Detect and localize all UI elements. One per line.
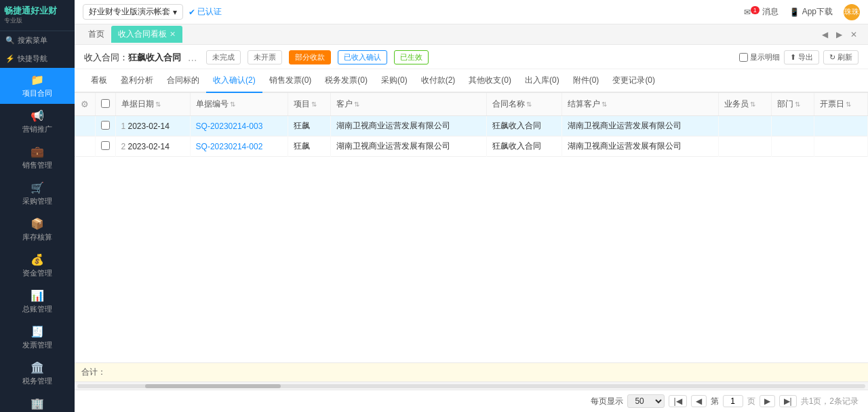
sidebar-item-发票管理[interactable]: 🧾发票管理: [0, 320, 75, 356]
tab-home[interactable]: 首页: [83, 29, 110, 40]
select-all-checkbox[interactable]: [101, 99, 110, 108]
refresh-button[interactable]: ↻ 刷新: [823, 50, 859, 64]
message-action[interactable]: ✉ 1 消息: [744, 6, 778, 18]
last-page-button[interactable]: ▶|: [779, 395, 797, 407]
row-project: 狂飙: [288, 116, 330, 136]
table-row[interactable]: 1 2023-02-14 SQ-20230214-003 狂飙 湖南卫视商业运营…: [75, 116, 868, 136]
sidebar-icon: 💰: [31, 253, 44, 266]
sidebar-item-search[interactable]: 🔍 搜索菜单: [0, 31, 75, 50]
sidebar-item-采购管理[interactable]: 🛒采购管理: [0, 176, 75, 212]
row-checkbox[interactable]: [101, 121, 110, 130]
current-page-input[interactable]: [723, 395, 743, 407]
sidebar-item-资金管理[interactable]: 💰资金管理: [0, 248, 75, 284]
more-options-icon[interactable]: ...: [188, 52, 197, 64]
topbar-right: ✉ 1 消息 📱 App下载 珠珠: [744, 4, 860, 20]
prev-page-button[interactable]: ◀: [691, 395, 707, 407]
subtab-收付款[interactable]: 收付款(2): [414, 69, 462, 93]
sidebar-icon: 🏛️: [31, 361, 44, 374]
export-icon: ⬆: [790, 53, 796, 62]
subtab-盈利分析[interactable]: 盈利分析: [114, 69, 160, 93]
app-download-action[interactable]: 📱 App下载: [789, 6, 833, 18]
subtab-附件[interactable]: 附件(0): [566, 69, 606, 93]
main-table: ⚙ 单据日期⇅ 单据编号⇅ 项目⇅ 客户⇅ 合同名称⇅ 结算客户⇅ 业务员⇅ 部…: [75, 93, 868, 157]
sidebar-label: 库存核算: [22, 232, 52, 242]
settings-column: ⚙: [75, 93, 95, 116]
col-project: 项目⇅: [288, 93, 330, 116]
total-label: 合计：: [81, 367, 106, 378]
certified-badge: ✔ 已认证: [189, 6, 222, 18]
first-page-button[interactable]: |◀: [669, 395, 686, 407]
subtab-销售发票[interactable]: 销售发票(0): [262, 69, 319, 93]
user-avatar[interactable]: 珠珠: [844, 4, 860, 20]
scrollbar-thumb[interactable]: [145, 384, 281, 388]
sidebar-label: 项目合同: [22, 88, 52, 98]
sidebar-item-项目合同[interactable]: 📁项目合同: [0, 68, 75, 104]
row-checkbox[interactable]: [101, 141, 110, 150]
subtabs: 看板盈利分析合同标的收入确认(2)销售发票(0)税务发票(0)采购(0)收付款(…: [75, 69, 868, 93]
tab-close-all-icon[interactable]: ✕: [848, 29, 860, 41]
sidebar-item-库存核算[interactable]: 📦库存核算: [0, 212, 75, 248]
total-info: 共1页，2条记录: [801, 396, 859, 407]
row-invoice-date: [814, 116, 868, 136]
record-link[interactable]: SQ-20230214-002: [196, 142, 263, 151]
status-uninvoiced[interactable]: 未开票: [248, 50, 282, 64]
show-detail-checkbox[interactable]: [739, 53, 748, 62]
subtab-其他收支[interactable]: 其他收支(0): [462, 69, 518, 93]
row-checkbox-cell[interactable]: [95, 136, 115, 157]
sidebar-item-quick[interactable]: ⚡ 快捷导航: [0, 50, 75, 68]
status-partial-received[interactable]: 部分收款: [289, 50, 331, 64]
sidebar-icon: 🏢: [31, 397, 44, 410]
company-name: 好业财专业版演示帐套: [89, 6, 170, 18]
page-size-select[interactable]: 50 100: [627, 394, 665, 408]
subtab-变更记录[interactable]: 变更记录(0): [606, 69, 662, 93]
export-button[interactable]: ⬆ 导出: [784, 50, 819, 64]
tab-active[interactable]: 收入合同看板 ✕: [111, 26, 182, 43]
status-effective[interactable]: 已生效: [394, 50, 429, 64]
row-dept: [772, 136, 814, 157]
table-row[interactable]: 2 2023-02-14 SQ-20230214-002 狂飙 湖南卫视商业运营…: [75, 136, 868, 157]
row-code[interactable]: SQ-20230214-002: [190, 136, 288, 157]
row-salesman: [718, 136, 771, 157]
sidebar-search-label: 搜索菜单: [18, 35, 47, 45]
sidebar-item-销售管理[interactable]: 💼销售管理: [0, 140, 75, 176]
tab-close-icon[interactable]: ✕: [170, 30, 176, 39]
contract-label: 收入合同：: [84, 52, 128, 62]
row-contract: 狂飙收入合同: [487, 116, 562, 136]
show-detail-toggle[interactable]: 显示明细: [739, 52, 780, 62]
sidebar-item-营销推广[interactable]: 📢营销推广: [0, 104, 75, 140]
status-confirmed[interactable]: 已收入确认: [338, 50, 387, 64]
subtab-合同标的[interactable]: 合同标的: [160, 69, 206, 93]
subtab-税务发票[interactable]: 税务发票(0): [318, 69, 374, 93]
col-dept: 部门⇅: [772, 93, 814, 116]
subtab-收入确认[interactable]: 收入确认(2): [206, 69, 262, 93]
app-sub: 专业版: [4, 16, 57, 25]
check-icon: ✔: [189, 7, 195, 17]
sidebar-item-税务管理[interactable]: 🏛️税务管理: [0, 356, 75, 392]
row-project: 狂飙: [288, 136, 330, 157]
sidebar-label: 采购管理: [22, 196, 52, 206]
sidebar-item-总账管理[interactable]: 📊总账管理: [0, 284, 75, 320]
horizontal-scrollbar[interactable]: [75, 381, 868, 390]
gear-icon[interactable]: ⚙: [81, 99, 89, 109]
subtab-采购[interactable]: 采购(0): [374, 69, 414, 93]
sidebar-item-固定资产[interactable]: 🏢固定资产: [0, 392, 75, 412]
next-page-button[interactable]: ▶: [760, 395, 775, 407]
col-salesman: 业务员⇅: [718, 93, 771, 116]
tab-prev-icon[interactable]: ◀: [819, 29, 831, 41]
status-uncompleted[interactable]: 未完成: [206, 50, 241, 64]
row-checkbox-cell[interactable]: [95, 116, 115, 136]
subtab-出入库[interactable]: 出入库(0): [518, 69, 566, 93]
row-code[interactable]: SQ-20230214-003: [190, 116, 288, 136]
col-invoice-date: 开票日⇅: [814, 93, 868, 116]
sidebar: 畅捷通好业财 专业版 🔍 搜索菜单 ⚡ 快捷导航 📁项目合同📢营销推广💼销售管理…: [0, 0, 75, 412]
record-link[interactable]: SQ-20230214-003: [196, 121, 263, 131]
content-wrapper: 收入合同：狂飙收入合同 ... 未完成 未开票 部分收款 已收入确认 已生效 显…: [75, 45, 868, 412]
tab-next-icon[interactable]: ▶: [833, 29, 845, 41]
row-salesman: [718, 116, 771, 136]
message-badge: 1: [751, 6, 760, 14]
row-invoice-date: [814, 136, 868, 157]
subtab-看板[interactable]: 看板: [84, 69, 114, 93]
company-selector[interactable]: 好业财专业版演示帐套 ▾: [83, 4, 183, 20]
sidebar-label: 营销推广: [22, 124, 52, 134]
row-settle-customer: 湖南卫视商业运营发展有限公司: [562, 116, 718, 136]
